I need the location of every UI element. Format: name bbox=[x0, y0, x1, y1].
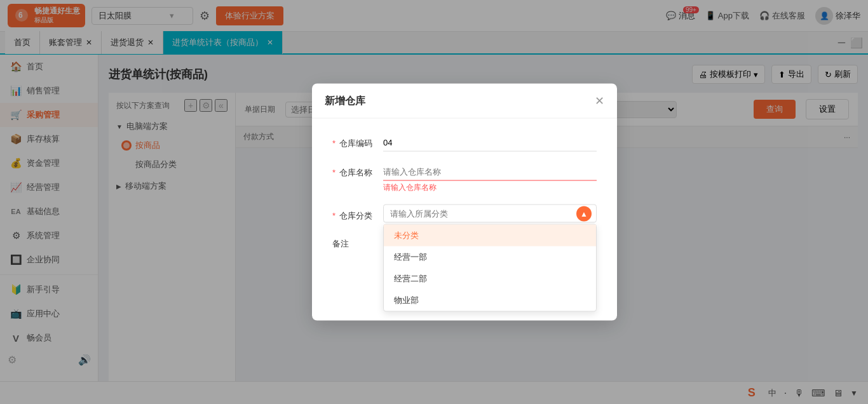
modal-body: * 仓库编码 * 仓库名称 请输入仓库名称 * 仓库分类 bbox=[312, 119, 617, 279]
category-select-wrap: ▲ 未分类 经营一部 经营二部 物业部 bbox=[383, 205, 597, 223]
modal-header: 新增仓库 ✕ bbox=[312, 84, 617, 119]
dropdown-item-property[interactable]: 物业部 bbox=[384, 290, 596, 311]
dropdown-item-dept1[interactable]: 经营一部 bbox=[384, 246, 596, 268]
name-label: * 仓库名称 bbox=[332, 163, 383, 178]
form-row-name: * 仓库名称 请输入仓库名称 bbox=[332, 163, 597, 193]
modal-title: 新增仓库 bbox=[325, 94, 365, 107]
category-label: * 仓库分类 bbox=[332, 206, 383, 221]
category-select-input[interactable] bbox=[383, 205, 597, 223]
code-label: * 仓库编码 bbox=[332, 134, 383, 149]
name-error-msg: 请输入仓库名称 bbox=[383, 182, 597, 193]
form-row-category: * 仓库分类 ▲ 未分类 经营一部 经营二部 物业部 bbox=[332, 205, 597, 223]
modal-close-button[interactable]: ✕ bbox=[595, 94, 604, 108]
name-input-wrap: 请输入仓库名称 bbox=[383, 163, 597, 193]
modal-new-warehouse: 新增仓库 ✕ * 仓库编码 * 仓库名称 请输入仓库名称 bbox=[312, 84, 617, 321]
name-input[interactable] bbox=[383, 163, 597, 181]
code-input[interactable] bbox=[383, 134, 597, 152]
dropdown-item-uncategorized[interactable]: 未分类 bbox=[384, 225, 596, 246]
form-row-code: * 仓库编码 bbox=[332, 134, 597, 152]
remark-label: 备注 bbox=[332, 234, 383, 250]
code-input-wrap bbox=[383, 134, 597, 152]
dropdown-item-dept2[interactable]: 经营二部 bbox=[384, 268, 596, 290]
category-chevron-icon[interactable]: ▲ bbox=[576, 206, 592, 221]
category-dropdown: 未分类 经营一部 经营二部 物业部 bbox=[383, 224, 597, 312]
